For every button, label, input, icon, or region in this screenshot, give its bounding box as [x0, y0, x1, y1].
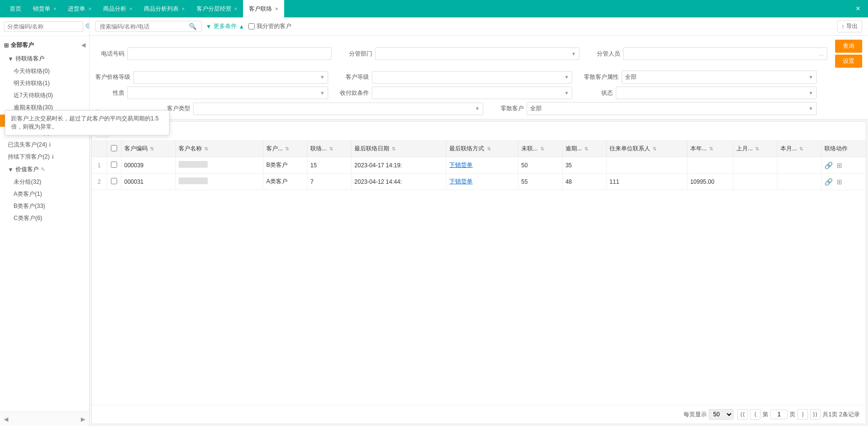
main-search-input[interactable]	[100, 23, 187, 30]
my-customers-checkbox[interactable]: 我分管的客户	[248, 22, 291, 30]
customer-type-select[interactable]: ▼	[193, 103, 483, 115]
last-page-btn[interactable]: ⟩⟩	[810, 409, 821, 420]
nav-product-analysis[interactable]: 商品分析 ×	[97, 0, 138, 17]
retail-customer-select[interactable]: 全部 ▼	[527, 102, 817, 115]
nav-home[interactable]: 首页	[4, 0, 27, 17]
th-customer-name[interactable]: 客户名称 ⇅	[175, 141, 263, 157]
my-customers-check[interactable]	[248, 23, 255, 29]
status-field: 状态 ▼	[584, 87, 817, 99]
per-page-select[interactable]: 50 100 200	[709, 409, 733, 420]
next-page-btn[interactable]: ⟩	[797, 409, 808, 420]
th-this-year[interactable]: 本年... ⇅	[687, 141, 733, 157]
sidebar-right-arrow[interactable]: ▶	[81, 416, 85, 423]
retail-attr-select[interactable]: 全部 ▼	[622, 71, 817, 84]
price-level-select[interactable]: ▼	[133, 71, 328, 84]
sidebar-left-arrow[interactable]: ◀	[4, 416, 8, 423]
query-button[interactable]: 查询	[835, 40, 862, 53]
value-customer-title[interactable]: ▼ 价值客户 ✎	[0, 163, 89, 176]
unclassified-customers[interactable]: 未分组(32)	[0, 176, 89, 188]
main-search-icon[interactable]: 🔍	[189, 23, 197, 30]
row1-overdue: 35	[562, 157, 606, 174]
th-uncontacted[interactable]: 未联... ⇅	[518, 141, 562, 157]
nav-product-list[interactable]: 商品分析列表 ×	[138, 0, 190, 17]
class-c-customers[interactable]: C类客户(6)	[0, 212, 89, 224]
row2-checkbox[interactable]	[107, 174, 121, 190]
pagination: 每页显示 50 100 200 ⟨⟨ ⟨ 第 页 ⟩ ⟩⟩ 共1页 2条记录	[92, 405, 866, 424]
row1-last-way-link[interactable]: 下销货单	[449, 162, 472, 168]
th-overdue[interactable]: 逾期... ⇅	[562, 141, 606, 157]
row1-grid-icon[interactable]: ⊞	[837, 162, 842, 169]
payment-select[interactable]: ▼	[372, 87, 573, 99]
row2-grid-icon[interactable]: ⊞	[837, 178, 842, 186]
th-uncontacted-label: 未联...	[521, 145, 538, 152]
manager-input[interactable]: …	[623, 47, 827, 60]
row1-code: 000039	[121, 157, 175, 174]
declining-customers[interactable]: 持续下滑客户(2) ℹ	[0, 151, 89, 163]
row1-checkbox[interactable]	[107, 157, 121, 174]
nature-select[interactable]: ▼	[127, 87, 328, 99]
dept-select[interactable]: ▼	[375, 47, 579, 60]
class-a-customers[interactable]: A类客户(1)	[0, 188, 89, 200]
nav-purchase-close[interactable]: ×	[88, 6, 91, 12]
price-level-label: 客户价格等级	[95, 73, 130, 81]
nav-customer-tier-close[interactable]: ×	[234, 6, 237, 12]
nav-purchase-label: 进货单	[68, 5, 85, 13]
nav-customer-contact[interactable]: 客户联络 ×	[243, 0, 284, 17]
phone-input[interactable]	[127, 47, 332, 60]
all-customers-header[interactable]: ⊞ 全部客户 ◀	[0, 38, 89, 52]
row2-check[interactable]	[111, 178, 117, 184]
row1-check[interactable]	[111, 162, 117, 168]
settings-button[interactable]: 设置	[835, 55, 862, 68]
th-customer-code[interactable]: 客户编码 ⇅	[121, 141, 175, 157]
manager-more-icon[interactable]: …	[819, 51, 824, 57]
export-button[interactable]: ↑ 导出	[837, 20, 862, 32]
th-contact-person-label: 往来单位联系人	[609, 145, 650, 152]
window-close-button[interactable]: ×	[852, 4, 864, 13]
nav-customer-tier[interactable]: 客户分层经营 ×	[191, 0, 243, 17]
status-select[interactable]: ▼	[616, 87, 817, 99]
table-row: 2 000031 A类客户 7 2023-04-12 14:44:	[92, 174, 866, 190]
th-contact-count[interactable]: 联络... ⇅	[307, 141, 351, 157]
nav-sales[interactable]: 销货单 ×	[27, 0, 62, 17]
nav-sales-close[interactable]: ×	[53, 6, 56, 12]
nav-purchase[interactable]: 进货单 ×	[62, 0, 97, 17]
row1-actions: 🔗 ⊞	[822, 157, 866, 174]
row2-link-icon[interactable]: 🔗	[824, 178, 833, 186]
pending-contact-title[interactable]: ▼ 待联络客户	[0, 52, 89, 65]
th-this-month[interactable]: 本月... ⇅	[777, 141, 821, 157]
th-contact-person[interactable]: 往来单位联系人 ⇅	[607, 141, 687, 157]
grid-icon: ⊞	[4, 42, 9, 49]
th-last-contact-way[interactable]: 最后联络方式 ⇅	[446, 141, 518, 157]
edit-icon[interactable]: ✎	[41, 166, 45, 173]
sidebar-search-icon[interactable]: 🔍	[85, 23, 90, 30]
select-all-checkbox[interactable]	[111, 145, 117, 151]
row2-last-way[interactable]: 下销货单	[446, 174, 518, 190]
more-conditions-btn[interactable]: ▼ 更多条件 ▲	[206, 22, 244, 30]
first-page-btn[interactable]: ⟨⟨	[737, 409, 748, 420]
page-number-input[interactable]	[770, 410, 788, 419]
th-checkbox[interactable]	[107, 141, 121, 157]
sort-icon-3: ⇅	[329, 146, 333, 151]
nav-product-list-close[interactable]: ×	[182, 6, 184, 12]
tomorrow-pending[interactable]: 明天待联络(1)	[0, 77, 89, 89]
row2-code: 000031	[121, 174, 175, 190]
th-customer-type[interactable]: 客户... ⇅	[263, 141, 307, 157]
churned-customers[interactable]: 已流失客户(24) ℹ	[0, 139, 89, 151]
nav-customer-contact-close[interactable]: ×	[275, 6, 278, 12]
customer-level-select[interactable]: ▼	[372, 71, 573, 84]
th-number	[92, 141, 107, 157]
nav-product-analysis-close[interactable]: ×	[129, 6, 132, 12]
prev-page-btn[interactable]: ⟨	[750, 409, 761, 420]
filter-actions: 查询 设置	[831, 40, 862, 68]
class-b-customers[interactable]: B类客户(33)	[0, 200, 89, 212]
row1-last-way[interactable]: 下销货单	[446, 157, 518, 174]
th-last-contact-date[interactable]: 最后联络日期 ⇅	[351, 141, 446, 157]
table-scroll[interactable]: 客户编码 ⇅ 客户名称 ⇅ 客户... ⇅	[92, 141, 866, 405]
week-pending[interactable]: 近7天待联络(0)	[0, 89, 89, 102]
row2-last-way-link[interactable]: 下销货单	[449, 178, 472, 185]
today-pending[interactable]: 今天待联络(0)	[0, 65, 89, 77]
row1-last-date: 2023-04-17 14:19:	[351, 157, 446, 174]
sidebar-search-input[interactable]	[4, 21, 83, 32]
th-last-month[interactable]: 上月... ⇅	[733, 141, 777, 157]
row1-link-icon[interactable]: 🔗	[824, 162, 833, 169]
